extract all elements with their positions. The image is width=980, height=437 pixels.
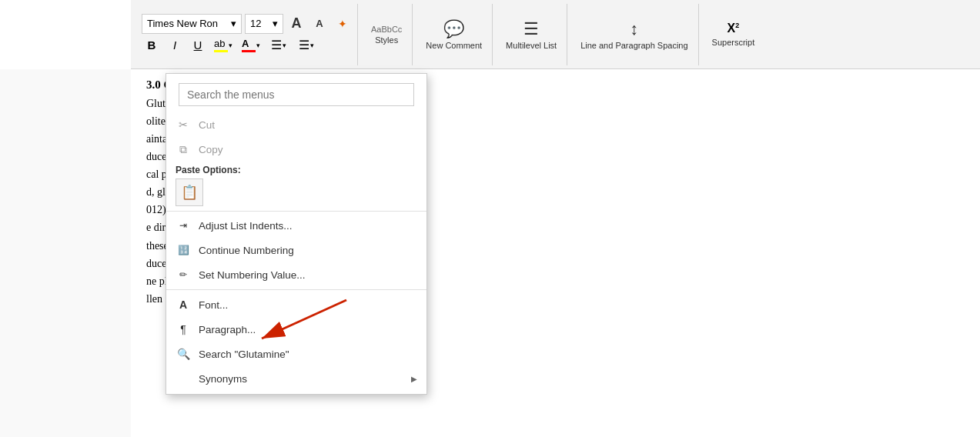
paste-icon-button[interactable]: 📋 [176, 178, 203, 206]
copy-menu-item[interactable]: ⧉ Copy [166, 137, 426, 162]
line-spacing-label: Line and Paragraph Spacing [580, 41, 687, 50]
font-menu-item[interactable]: A Font... [166, 292, 426, 317]
search-menu-icon: 🔍 [176, 346, 191, 362]
continue-numbering-label: Continue Numbering [199, 245, 417, 256]
adjust-list-menu-item[interactable]: ⇥ Adjust List Indents... [166, 213, 426, 238]
context-menu: ✂ Cut ⧉ Copy Paste Options: 📋 ⇥ Adjust L… [166, 73, 427, 395]
search-input[interactable] [179, 83, 414, 106]
superscript-group: X2 Superscript [702, 4, 765, 65]
font-icon: A [176, 297, 191, 312]
margin-number-1 [3, 85, 128, 105]
paragraph-menu-item[interactable]: ¶ Paragraph... [166, 317, 426, 342]
synonyms-icon [176, 371, 191, 386]
font-color-button[interactable]: A ▾ [239, 35, 263, 55]
set-numbering-icon: ✏ [176, 267, 191, 282]
clear-format-button[interactable]: ✦ [333, 14, 353, 34]
search-label: Search "Glutamine" [199, 349, 417, 360]
font-group: Times New Ron ▾ 12 ▾ A A ✦ B I U ab [137, 4, 358, 65]
font-size-dropdown-icon: ▾ [273, 18, 278, 29]
styles-button[interactable]: AaBbCc Styles [366, 8, 407, 62]
font-name-label: Times New Ron [147, 18, 218, 29]
continue-numbering-menu-item[interactable]: 🔢 Continue Numbering [166, 238, 426, 262]
new-comment-group: 💬 New Comment [416, 4, 493, 65]
bold-button[interactable]: B [142, 35, 162, 55]
font-row-2: B I U ab ▾ A ▾ [142, 35, 353, 55]
cut-icon: ✂ [176, 117, 191, 132]
new-comment-label: New Comment [426, 41, 482, 50]
search-glutamine-menu-item[interactable]: 🔍 Search "Glutamine" [166, 342, 426, 366]
increase-font-button[interactable]: A [286, 14, 306, 34]
highlight-button[interactable]: ab ▾ [211, 35, 236, 55]
cut-label: Cut [199, 119, 417, 131]
list2-button[interactable]: ☰▾ [294, 35, 319, 55]
adjust-list-label: Adjust List Indents... [199, 220, 417, 232]
superscript-symbol: X2 [727, 22, 740, 35]
adjust-list-icon: ⇥ [176, 218, 191, 233]
paste-options-label: Paste Options: [176, 165, 417, 175]
styles-group: AaBbCc Styles [361, 4, 413, 65]
superscript-label: Superscript [712, 38, 755, 47]
line-spacing-icon: ↕ [630, 19, 638, 39]
font-size-selector[interactable]: 12 ▾ [245, 14, 283, 34]
superscript-button[interactable]: X2 Superscript [707, 8, 761, 62]
paragraph-icon: ¶ [176, 322, 191, 337]
set-numbering-label: Set Numbering Value... [199, 269, 417, 281]
styles-label: Styles [375, 35, 398, 45]
line-spacing-button[interactable]: ↕ Line and Paragraph Spacing [575, 8, 693, 62]
multilevel-list-button[interactable]: ☰ Multilevel List [500, 8, 562, 62]
spacing-group: ↕ Line and Paragraph Spacing [570, 4, 698, 65]
multilevel-label: Multilevel List [506, 41, 557, 50]
paste-options-section: Paste Options: 📋 [166, 162, 426, 212]
italic-button[interactable]: I [165, 35, 185, 55]
copy-label: Copy [199, 144, 417, 155]
set-numbering-menu-item[interactable]: ✏ Set Numbering Value... [166, 262, 426, 287]
paste-icons-row: 📋 [176, 178, 417, 206]
underline-button[interactable]: U [188, 35, 208, 55]
list-button[interactable]: ☰▾ [266, 35, 291, 55]
font-name-dropdown-icon: ▾ [231, 18, 236, 29]
font-size-label: 12 [250, 18, 261, 29]
new-comment-button[interactable]: 💬 New Comment [420, 8, 487, 62]
menu-divider-1 [166, 289, 426, 290]
synonyms-menu-item[interactable]: Synonyms ▶ [166, 366, 426, 391]
cut-menu-item[interactable]: ✂ Cut [166, 112, 426, 137]
font-controls: Times New Ron ▾ 12 ▾ A A ✦ B I U ab [142, 14, 353, 55]
paragraph-label: Paragraph... [199, 324, 417, 335]
synonyms-label: Synonyms [199, 373, 403, 385]
multilevel-icon: ☰ [523, 19, 539, 39]
font-name-selector[interactable]: Times New Ron ▾ [142, 14, 242, 34]
multilevel-group: ☰ Multilevel List [496, 4, 567, 65]
toolbar: Times New Ron ▾ 12 ▾ A A ✦ B I U ab [131, 0, 980, 69]
continue-numbering-icon: 🔢 [176, 242, 191, 258]
search-section [166, 77, 426, 112]
left-margin [0, 69, 131, 437]
font-label: Font... [199, 299, 417, 311]
decrease-font-button[interactable]: A [309, 14, 329, 34]
font-row-1: Times New Ron ▾ 12 ▾ A A ✦ [142, 14, 353, 34]
synonyms-arrow-icon: ▶ [411, 375, 417, 383]
new-comment-icon: 💬 [443, 19, 464, 39]
copy-icon: ⧉ [176, 142, 191, 157]
